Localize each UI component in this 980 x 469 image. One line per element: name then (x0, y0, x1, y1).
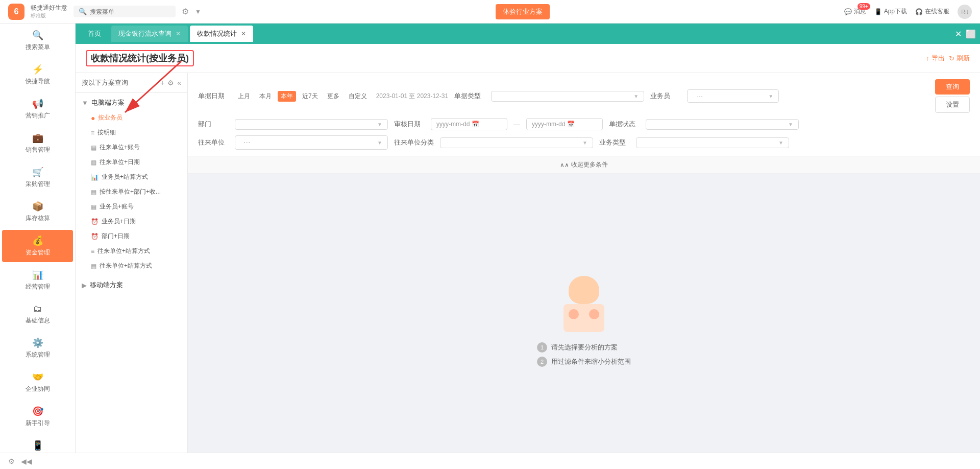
step-2-num: 2 (537, 357, 547, 367)
bottom-settings-icon[interactable]: ⚙ (8, 457, 15, 465)
tree-item-by-salesperson[interactable]: ● 按业务员 (76, 110, 187, 125)
tree-item-partner-date[interactable]: ▦ 往来单位+日期 (76, 155, 187, 170)
messages-badge: 99+ (857, 3, 870, 10)
sidebar-item-enterprise[interactable]: 🤝 企业协同 (2, 366, 73, 398)
tab-home[interactable]: 首页 (80, 24, 109, 44)
top-bar: 6 畅捷通好生意 标准版 🔍 ⚙ ▼ 体验行业方案 💬 消息 99+ 📱 App… (0, 0, 980, 24)
sidebar-label-quicknav: 快捷导航 (26, 77, 50, 86)
salesperson-dots[interactable]: ··· (697, 92, 703, 100)
sidebar-item-quicknav[interactable]: ⚡ 快捷导航 (2, 59, 73, 91)
dept-select[interactable]: ▼ (235, 119, 388, 130)
sidebar-label-system: 系统管理 (26, 350, 50, 359)
tree-item-partner-settle2[interactable]: ▦ 往来单位+结算方式 (76, 259, 187, 273)
messages-btn[interactable]: 💬 消息 99+ (844, 7, 866, 16)
salesperson-select[interactable]: ··· ▼ (687, 89, 779, 103)
app-info: 畅捷通好生意 标准版 (31, 4, 67, 19)
salesperson-chevron: ▼ (768, 93, 773, 99)
query-btn[interactable]: 查询 (935, 79, 970, 95)
top-search-box[interactable]: 🔍 (74, 6, 176, 17)
sidebar-item-guide[interactable]: 🎯 新手引导 (2, 401, 73, 433)
panel-collapse-btn[interactable]: « (177, 79, 181, 87)
export-btn[interactable]: ↑ 导出 (926, 54, 945, 63)
tab-collection-stats-label: 收款情况统计 (197, 29, 237, 38)
tab-bank-flow[interactable]: 现金银行流水查询 ✕ (111, 26, 188, 42)
biz-type-label: 业务类型 (599, 138, 630, 147)
user-avatar[interactable]: Rit (958, 5, 972, 19)
date-btn-this-year[interactable]: 本年 (278, 91, 296, 102)
tree-arrow-icon: ▼ (82, 99, 88, 107)
tree-item-dept-date[interactable]: ⏰ 部门+日期 (76, 229, 187, 244)
refresh-btn[interactable]: ↻ 刷新 (949, 54, 970, 63)
calendar-start-icon[interactable]: 📅 (472, 121, 479, 128)
sidebar-item-purchase[interactable]: 🛒 采购管理 (2, 161, 73, 194)
search-icon: 🔍 (79, 8, 87, 15)
robot-head (569, 276, 599, 304)
doc-type-select[interactable]: ▼ (491, 91, 644, 102)
search-icon: 🔍 (32, 30, 43, 41)
page-title: 收款情况统计(按业务员) (86, 50, 194, 66)
date-btn-last-month[interactable]: 上月 (235, 91, 253, 102)
sidebar-label-basic: 基础信息 (26, 316, 50, 325)
partner-settle1-icon: ≡ (91, 248, 94, 255)
tree-desktop-root[interactable]: ▼ 电脑端方案 (76, 95, 187, 110)
online-service-btn[interactable]: 🎧 在线客服 (915, 7, 949, 16)
doc-status-select[interactable]: ▼ (646, 119, 799, 130)
sidebar-item-search[interactable]: 🔍 搜索菜单 (2, 25, 73, 57)
tree-item-sales-date[interactable]: ⏰ 业务员+日期 (76, 214, 187, 229)
tab-bank-flow-close[interactable]: ✕ (176, 30, 181, 37)
calendar-end-icon[interactable]: 📅 (567, 121, 575, 128)
marketing-icon: 📢 (32, 98, 43, 109)
biz-type-select[interactable]: ▼ (636, 137, 789, 148)
partner-select[interactable]: ··· ▼ (235, 135, 388, 150)
tree-mobile-label: 移动端方案 (90, 280, 123, 290)
sidebar-label-finance: 资金管理 (26, 248, 50, 257)
sidebar-item-marketing[interactable]: 📢 营销推广 (2, 93, 73, 125)
collapse-conditions-btn[interactable]: ∧∧ 收起更多条件 (560, 160, 608, 169)
enterprise-icon: 🤝 (32, 371, 43, 383)
date-btn-7days[interactable]: 近7天 (299, 91, 321, 102)
service-icon: 🎧 (915, 8, 923, 15)
panel-settings-btn[interactable]: ⚙ (167, 79, 174, 87)
partner-dots[interactable]: ··· (243, 138, 250, 147)
partner-category-select[interactable]: ▼ (440, 137, 593, 148)
date-btn-more[interactable]: 更多 (324, 91, 342, 102)
tree-item-by-detail[interactable]: ≡ 按明细 (76, 125, 187, 140)
settings-btn[interactable]: 设置 (935, 97, 970, 113)
page-actions: ↑ 导出 ↻ 刷新 (926, 54, 970, 63)
tree-item-partner-account[interactable]: ▦ 往来单位+账号 (76, 140, 187, 155)
try-industry-btn[interactable]: 体验行业方案 (496, 4, 550, 19)
app-download-btn[interactable]: 📱 App下载 (874, 7, 907, 16)
sidebar-item-basic[interactable]: 🗂 基础信息 (2, 298, 73, 330)
date-btn-custom[interactable]: 自定义 (346, 91, 370, 102)
settings-icon[interactable]: ⚙ (182, 7, 189, 16)
tree-mobile-root[interactable]: ▶ 移动端方案 (76, 277, 187, 293)
quicknav-icon: ⚡ (32, 64, 43, 75)
tab-collection-stats[interactable]: 收款情况统计 ✕ (190, 26, 253, 42)
sidebar-item-finance[interactable]: 💰 资金管理 (2, 230, 73, 262)
search-input[interactable] (90, 8, 170, 15)
sales-date-icon: ⏰ (91, 218, 99, 225)
date-btn-this-month[interactable]: 本月 (256, 91, 275, 102)
tree-item-partner-settle1[interactable]: ≡ 往来单位+结算方式 (76, 244, 187, 259)
review-date-end[interactable]: yyyy-mm-dd 📅 (526, 118, 603, 130)
partner-date-icon: ▦ (91, 159, 96, 166)
tab-collection-stats-close[interactable]: ✕ (241, 30, 246, 37)
bottom-collapse-icon[interactable]: ◀◀ (21, 457, 32, 465)
tree-item-sales-date-label: 业务员+日期 (102, 217, 136, 226)
tab-close-all-icon[interactable]: ✕ (955, 29, 962, 39)
tree-item-sales-settlement[interactable]: 📊 业务员+结算方式 (76, 170, 187, 184)
doc-status-chevron: ▼ (788, 122, 793, 127)
tree-item-partner-dept-label: 按往来单位+部门+收... (100, 187, 161, 196)
tab-maximize-icon[interactable]: ⬜ (966, 29, 976, 39)
sidebar-item-sales[interactable]: 💼 销售管理 (2, 127, 73, 159)
tree-item-sales-account[interactable]: ▦ 业务员+账号 (76, 199, 187, 214)
chevron-down-icon[interactable]: ▼ (195, 8, 201, 15)
panel-add-btn[interactable]: + (160, 79, 164, 87)
review-date-start[interactable]: yyyy-mm-dd 📅 (431, 118, 507, 130)
sidebar-item-business[interactable]: 📊 经营管理 (2, 264, 73, 296)
tree-item-partner-dept[interactable]: ▦ 按往来单位+部门+收... (76, 184, 187, 199)
sidebar-item-inventory[interactable]: 📦 库存核算 (2, 196, 73, 228)
filter-row-2: 部门 ▼ 审核日期 yyyy-mm-dd 📅 — yyyy-mm-dd (198, 118, 970, 130)
sidebar-item-system[interactable]: ⚙️ 系统管理 (2, 332, 73, 364)
partner-label: 往来单位 (198, 138, 229, 147)
